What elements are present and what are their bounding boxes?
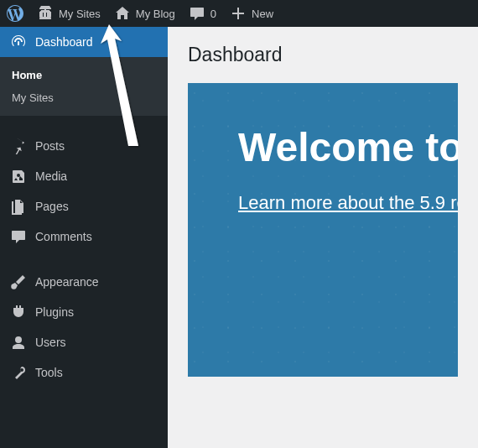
sidebar-item-appearance[interactable]: Appearance [0,267,168,297]
wordpress-logo-icon [7,5,23,22]
main-content: Dashboard Welcome to WordPress! Learn mo… [168,27,478,448]
new-label: New [252,8,273,20]
media-label: Media [35,169,67,183]
pages-label: Pages [35,200,69,213]
sidebar-item-users[interactable]: Users [0,327,168,357]
sidebar-item-pages[interactable]: Pages [0,191,168,221]
submenu-item-home[interactable]: Home [0,64,168,86]
welcome-title: Welcome to WordPress! [238,123,418,172]
plugins-label: Plugins [35,305,74,319]
comments-label: Comments [35,230,92,243]
admin-topbar: My Sites My Blog 0 New [0,0,478,27]
user-icon [10,334,27,351]
users-label: Users [35,336,66,349]
welcome-panel: Welcome to WordPress! Learn more about t… [188,83,458,377]
separator [0,252,168,267]
comments-icon [10,228,27,245]
dashboard-icon [10,34,27,50]
media-icon [10,168,27,185]
sidebar-item-plugins[interactable]: Plugins [0,297,168,327]
sidebar-item-tools[interactable]: Tools [0,357,168,388]
plus-icon [230,5,247,22]
sidebar-item-comments[interactable]: Comments [0,221,168,252]
home-icon [114,5,131,22]
tools-icon [10,364,27,381]
new-button[interactable]: New [223,0,280,27]
plugin-icon [10,304,27,320]
comments-count: 0 [210,8,216,20]
brush-icon [10,273,27,290]
appearance-label: Appearance [35,275,99,289]
sidebar-item-dashboard[interactable]: Dashboard [0,27,168,57]
dashboard-submenu: Home My Sites [0,57,168,116]
my-blog-button[interactable]: My Blog [107,0,182,27]
network-sites-icon [37,5,54,22]
main-container: Dashboard Home My Sites Posts Media Page… [0,27,478,448]
admin-sidebar: Dashboard Home My Sites Posts Media Page… [0,27,168,448]
submenu-item-my-sites[interactable]: My Sites [0,86,168,109]
sidebar-item-media[interactable]: Media [0,161,168,191]
sidebar-item-posts[interactable]: Posts [0,131,168,161]
pin-icon [10,138,27,154]
welcome-learn-more-link[interactable]: Learn more about the 5.9 release. [238,192,458,213]
comments-button[interactable]: 0 [182,0,223,27]
dashboard-label: Dashboard [35,35,93,49]
my-sites-label: My Sites [59,8,101,20]
pages-icon [10,198,27,215]
separator [0,116,168,131]
tools-label: Tools [35,366,63,379]
page-title: Dashboard [188,44,458,66]
my-sites-button[interactable]: My Sites [30,0,107,27]
comment-icon [189,5,205,22]
my-blog-label: My Blog [136,8,175,20]
posts-label: Posts [35,139,65,153]
wordpress-logo-button[interactable] [0,0,30,27]
